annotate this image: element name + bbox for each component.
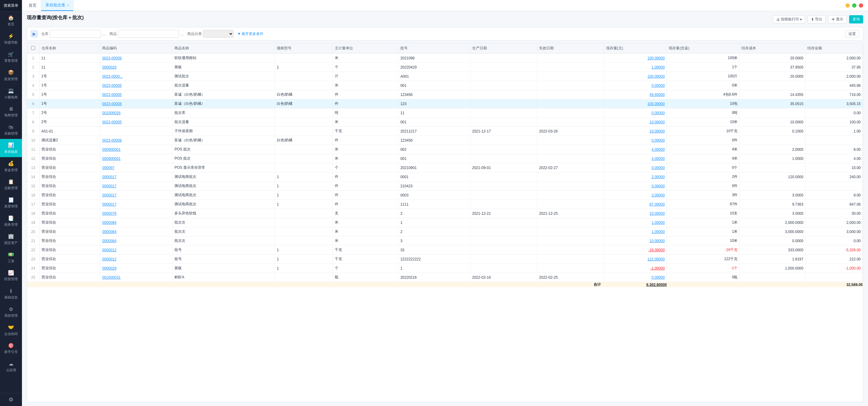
row-code[interactable]: 0000012 bbox=[100, 255, 173, 264]
row-qty-main[interactable]: 122.00000 bbox=[604, 255, 667, 264]
sidebar-item-salary[interactable]: 💵 工资 bbox=[0, 248, 22, 267]
set-btn[interactable]: 设置 bbox=[845, 30, 859, 38]
row-name: 批次次 bbox=[173, 227, 275, 236]
row-qty-main[interactable]: 4.00000 bbox=[604, 145, 667, 154]
sidebar-item-wholesale[interactable]: 📦 批发管理 bbox=[0, 66, 22, 84]
row-qty-main[interactable]: 3.00000 bbox=[604, 191, 667, 200]
sidebar-item-ledger[interactable]: 📋 总账管理 bbox=[0, 175, 22, 194]
sidebar-item-finance[interactable]: 💰 资金管理 bbox=[0, 157, 22, 175]
row-code[interactable]: 0000084 bbox=[100, 236, 173, 245]
show-btn[interactable]: 👁 显示 bbox=[828, 15, 847, 24]
sidebar-logo[interactable]: 搜索菜单 bbox=[0, 0, 22, 11]
settings-icon[interactable]: ⚙ bbox=[8, 397, 13, 403]
row-code[interactable]: 0000084 bbox=[100, 218, 173, 227]
row-qty-main[interactable]: 0.00000 bbox=[604, 163, 667, 172]
select-all-checkbox[interactable] bbox=[31, 46, 35, 50]
row-code[interactable]: 001000026 bbox=[100, 108, 173, 117]
sidebar-item-system[interactable]: ⚙ 系统管理 bbox=[0, 303, 22, 321]
row-code[interactable]: 000900001 bbox=[100, 145, 173, 154]
row-qty-main[interactable]: 10.00000 bbox=[604, 209, 667, 218]
row-qty-main[interactable]: 1.00000 bbox=[604, 227, 667, 236]
row-qty-main[interactable]: -1.00000 bbox=[604, 264, 667, 273]
row-code[interactable]: 000097 bbox=[100, 163, 173, 172]
row-qty-main[interactable]: 49.60000 bbox=[604, 90, 667, 99]
row-warehouse: 营业综合 bbox=[39, 245, 100, 255]
row-code[interactable]: 0023-00009 bbox=[100, 54, 173, 63]
row-qty-main[interactable]: 1.00000 bbox=[604, 218, 667, 227]
sidebar-item-assets[interactable]: 🏢 固定资产 bbox=[0, 230, 22, 248]
sidebar-item-purchase[interactable]: 🛍 采购管理 bbox=[0, 121, 22, 139]
row-prod-date bbox=[470, 255, 537, 264]
category-select[interactable] bbox=[203, 30, 234, 38]
row-code[interactable]: 0000017 bbox=[100, 181, 173, 191]
export-btn[interactable]: ⬆ 导出 bbox=[808, 15, 826, 24]
filter-toggle-btn[interactable]: ▶ bbox=[31, 30, 37, 37]
product-input[interactable] bbox=[118, 30, 179, 38]
sidebar-item-cloud[interactable]: ☁ 云应用 bbox=[0, 358, 22, 376]
row-code[interactable]: 0000017 bbox=[100, 200, 173, 209]
sidebar-item-nav[interactable]: ⚡ 快捷导航 bbox=[0, 30, 22, 48]
row-code[interactable]: 001000031 bbox=[100, 273, 173, 282]
row-qty-main[interactable]: 0.00000 bbox=[604, 108, 667, 117]
row-code[interactable]: 0023-00005 bbox=[100, 117, 173, 127]
sidebar-item-small-ecom[interactable]: 💻 小额电商 bbox=[0, 84, 22, 103]
row-qty-main[interactable]: 4.00000 bbox=[604, 154, 667, 163]
sidebar-item-guide[interactable]: 🎯 新手引导 bbox=[0, 339, 22, 358]
row-unit: 件 bbox=[333, 191, 398, 200]
row-qty-main[interactable]: 10.00000 bbox=[604, 236, 667, 245]
row-qty-main[interactable]: 0.00000 bbox=[604, 136, 667, 145]
sidebar-item-home[interactable]: 🏠 首页 bbox=[0, 11, 22, 30]
row-qty-main[interactable]: 1.00000 bbox=[604, 63, 667, 72]
sidebar-item-inventory[interactable]: 📊 库存核算 bbox=[0, 139, 22, 157]
tab-home[interactable]: 首页 bbox=[24, 0, 41, 11]
row-code[interactable]: 0023-00005 bbox=[100, 81, 173, 90]
restore-btn[interactable] bbox=[852, 3, 857, 8]
print-btn[interactable]: 🖨 按模板打印 ▾ bbox=[773, 15, 805, 24]
minimize-btn[interactable] bbox=[845, 3, 850, 8]
row-warehouse: 营业综合 bbox=[39, 181, 100, 191]
sidebar-item-basic[interactable]: ℹ 基础信息 bbox=[0, 285, 22, 303]
row-qty-main[interactable]: 10.00000 bbox=[604, 117, 667, 127]
sidebar-item-ecom[interactable]: 🖥 电商管理 bbox=[0, 103, 22, 121]
total-qty: 6,302.60000 bbox=[604, 282, 667, 287]
sidebar-item-management[interactable]: 📈 经营管理 bbox=[0, 267, 22, 285]
sidebar-item-invoice[interactable]: 🧾 发票管理 bbox=[0, 194, 22, 212]
row-code[interactable]: 0000084 bbox=[100, 227, 173, 236]
row-code[interactable] bbox=[100, 127, 173, 136]
row-qty-main[interactable]: 0.00000 bbox=[604, 273, 667, 282]
row-code[interactable]: 0023-00005 bbox=[100, 90, 173, 99]
tab-close-btn[interactable]: × bbox=[67, 3, 69, 7]
expand-conditions-btn[interactable]: ▼ 展开更多条件 bbox=[237, 31, 264, 37]
row-amount: -1,000.00 bbox=[805, 264, 863, 273]
query-btn[interactable]: 查询 bbox=[849, 15, 863, 24]
row-code[interactable]: 0000078 bbox=[100, 209, 173, 218]
sidebar-item-collab[interactable]: 🤝 企业协同 bbox=[0, 321, 22, 339]
row-qty-main[interactable]: 10.00000 bbox=[604, 127, 667, 136]
row-unit: 件 bbox=[333, 99, 398, 108]
row-code[interactable]: 0000012 bbox=[100, 245, 173, 255]
tab-inventory-batch[interactable]: 库存批次查 × bbox=[41, 0, 73, 11]
row-code[interactable]: 0000029 bbox=[100, 264, 173, 273]
row-code[interactable]: 0023-00008 bbox=[100, 136, 173, 145]
row-code[interactable]: 0000017 bbox=[100, 172, 173, 181]
row-prod-date bbox=[470, 264, 537, 273]
row-qty-main[interactable]: 100.00000 bbox=[604, 99, 667, 108]
row-qty-main[interactable]: 87.00000 bbox=[604, 200, 667, 209]
sidebar-item-tax[interactable]: 📑 税务管理 bbox=[0, 212, 22, 230]
row-code[interactable]: 000900001 bbox=[100, 154, 173, 163]
warehouse-input[interactable] bbox=[50, 30, 101, 38]
table-row: 11 营业综合 000900001 POS 批次 米 002 4.00000 4… bbox=[27, 145, 863, 154]
row-code[interactable]: 0000029 bbox=[100, 63, 173, 72]
row-code[interactable]: 0023-00008 bbox=[100, 99, 173, 108]
row-qty-main[interactable]: 100.00000 bbox=[604, 72, 667, 81]
close-btn[interactable] bbox=[859, 3, 863, 8]
row-code[interactable]: 0000017 bbox=[100, 191, 173, 200]
row-qty-main[interactable]: 100.00000 bbox=[604, 54, 667, 63]
row-qty-main[interactable]: 2.00000 bbox=[604, 172, 667, 181]
row-qty-main[interactable]: -16.00000 bbox=[604, 245, 667, 255]
row-code[interactable]: 0023-0000... bbox=[100, 72, 173, 81]
row-qty-main[interactable]: 0.00000 bbox=[604, 81, 667, 90]
row-cost bbox=[740, 136, 806, 145]
sidebar-item-retail[interactable]: 🛒 零售管理 bbox=[0, 48, 22, 66]
row-qty-main[interactable]: 0.00000 bbox=[604, 181, 667, 191]
